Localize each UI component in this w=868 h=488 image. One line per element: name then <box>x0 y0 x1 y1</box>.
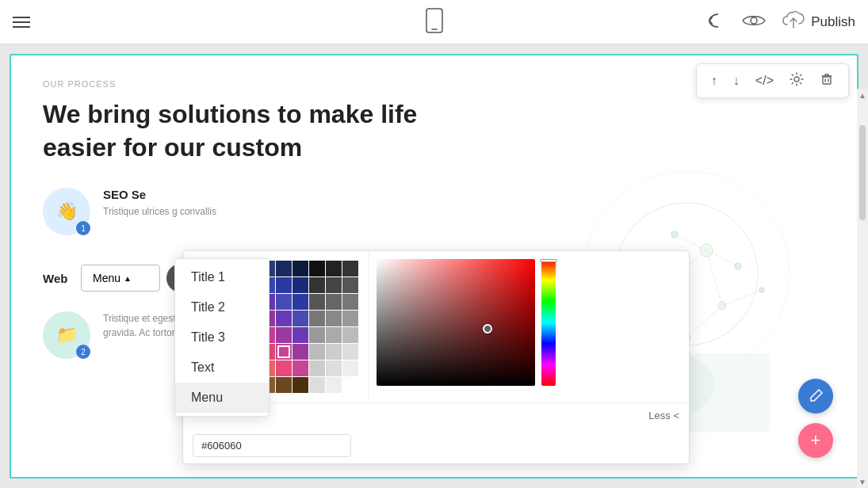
color-swatch[interactable] <box>276 294 292 310</box>
move-up-button[interactable]: ↑ <box>705 71 724 91</box>
scrollbar-thumb[interactable] <box>859 125 866 220</box>
hue-cursor <box>540 259 557 262</box>
move-down-button[interactable]: ↓ <box>727 71 746 91</box>
color-swatch[interactable] <box>342 377 358 393</box>
menu-button[interactable]: Menu ▲ <box>81 265 160 292</box>
less-button[interactable]: Less < <box>648 410 679 421</box>
svg-line-22 <box>706 250 722 306</box>
service-desc-1: Tristique ulrices g convallis <box>103 204 216 219</box>
web-label: Web <box>43 272 75 285</box>
hue-spectrum[interactable] <box>541 259 556 386</box>
phone-icon[interactable] <box>425 8 444 36</box>
color-swatch[interactable] <box>276 344 292 360</box>
svg-point-4 <box>794 77 799 82</box>
svg-line-25 <box>675 234 706 250</box>
color-swatch[interactable] <box>309 261 325 276</box>
color-swatch[interactable] <box>293 311 308 326</box>
service-icon-emoji-2: 📁 <box>56 325 78 345</box>
service-badge-2: 2 <box>76 345 90 359</box>
svg-line-28 <box>722 290 762 306</box>
publish-button[interactable]: Publish <box>782 10 855 33</box>
service-icon-1: 👋 1 <box>43 188 90 235</box>
color-swatch[interactable] <box>342 360 358 376</box>
color-swatch[interactable] <box>342 311 358 326</box>
scroll-up-arrow[interactable]: ▲ <box>857 89 868 101</box>
upload-icon <box>782 10 805 33</box>
color-swatch[interactable] <box>276 360 292 376</box>
menu-item-title1[interactable]: Title 1 <box>175 262 269 292</box>
service-title-1: SEO Se <box>103 188 216 201</box>
color-swatch[interactable] <box>309 277 325 293</box>
color-swatch[interactable] <box>326 360 342 376</box>
color-swatch[interactable] <box>293 294 308 310</box>
back-icon[interactable] <box>703 11 725 33</box>
color-swatch[interactable] <box>326 277 342 293</box>
svg-line-24 <box>686 306 722 337</box>
menu-item-title3[interactable]: Title 3 <box>175 322 269 353</box>
toolbar-left <box>13 17 30 28</box>
headline-text: We bring solutions to make life easier f… <box>43 98 439 164</box>
menu-item-menu[interactable]: Menu <box>175 383 269 413</box>
menu-button-label: Menu <box>93 272 120 284</box>
svg-line-26 <box>706 250 738 266</box>
color-swatch[interactable] <box>326 377 342 393</box>
color-swatch[interactable] <box>342 294 358 310</box>
color-swatch[interactable] <box>293 261 308 276</box>
color-swatch[interactable] <box>309 360 325 376</box>
service-icon-2: 📁 2 <box>43 311 90 359</box>
hex-input-wrap <box>183 428 689 463</box>
menu-item-text[interactable]: Text <box>175 353 269 383</box>
color-swatch[interactable] <box>293 360 308 376</box>
color-swatch[interactable] <box>309 294 325 310</box>
publish-label: Publish <box>811 14 855 30</box>
color-swatch[interactable] <box>309 344 325 360</box>
color-swatch[interactable] <box>342 344 358 360</box>
svg-point-2 <box>751 17 757 24</box>
color-swatch[interactable] <box>326 327 342 343</box>
hamburger-menu[interactable] <box>13 17 30 28</box>
color-swatch[interactable] <box>276 311 292 326</box>
toolbar-center <box>425 8 444 36</box>
menu-dropdown: Title 1 Title 2 Title 3 Text Menu <box>174 258 270 417</box>
preview-eye-icon[interactable] <box>741 12 767 32</box>
gradient-picker <box>369 251 689 402</box>
color-swatch[interactable] <box>276 277 292 293</box>
add-fab-button[interactable]: + <box>798 423 833 458</box>
scroll-down-arrow[interactable]: ▼ <box>857 475 868 488</box>
color-swatch[interactable] <box>309 311 325 326</box>
hex-input[interactable] <box>193 434 351 457</box>
color-swatch[interactable] <box>276 327 292 343</box>
color-swatch[interactable] <box>326 261 342 276</box>
main-area: ↑ ↓ </> OUR PROCESS <box>0 44 868 488</box>
gradient-area[interactable] <box>377 259 535 386</box>
chevron-up-icon: ▲ <box>124 274 132 283</box>
delete-button[interactable] <box>813 69 840 93</box>
code-button[interactable]: </> <box>749 71 780 91</box>
top-toolbar: Publish <box>0 0 868 44</box>
service-badge-1: 1 <box>76 221 90 235</box>
plus-icon: + <box>811 432 821 449</box>
color-swatch[interactable] <box>293 377 308 393</box>
menu-item-title2[interactable]: Title 2 <box>175 292 269 322</box>
color-swatch[interactable] <box>293 344 308 360</box>
service-text-1: SEO Se Tristique ulrices g convallis <box>103 188 216 219</box>
color-swatch[interactable] <box>293 277 308 293</box>
element-toolbar: ↑ ↓ </> <box>696 63 849 98</box>
color-swatch[interactable] <box>326 294 342 310</box>
settings-button[interactable] <box>783 69 810 93</box>
color-swatch[interactable] <box>276 261 292 276</box>
gradient-dark-overlay <box>377 259 535 386</box>
toolbar-right: Publish <box>703 10 855 33</box>
service-icon-emoji-1: 👋 <box>56 201 78 222</box>
color-swatch[interactable] <box>342 277 358 293</box>
color-swatch[interactable] <box>342 327 358 343</box>
color-swatch[interactable] <box>293 327 308 343</box>
scrollbar[interactable]: ▲ ▼ <box>857 89 868 488</box>
color-swatch[interactable] <box>276 377 292 393</box>
color-swatch[interactable] <box>326 344 342 360</box>
color-swatch[interactable] <box>326 311 342 326</box>
edit-fab-button[interactable] <box>798 379 833 414</box>
color-swatch[interactable] <box>342 261 358 276</box>
color-swatch[interactable] <box>309 377 325 393</box>
color-swatch[interactable] <box>309 327 325 343</box>
